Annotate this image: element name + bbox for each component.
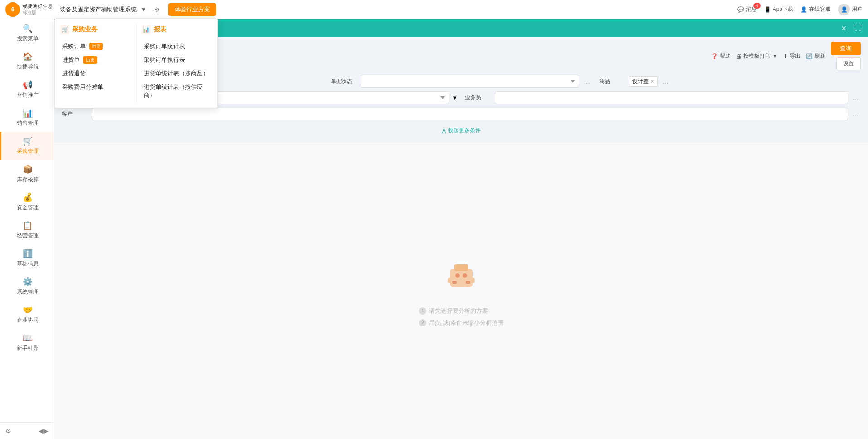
empty-tips: 1 请先选择要分析的方案 2 用[过滤]条件来缩小分析范围: [419, 305, 503, 329]
dropdown-item-purchase-expense[interactable]: 采购费用分摊单: [60, 80, 131, 94]
empty-num-1: 1: [419, 307, 426, 315]
logo-icon: 6: [5, 2, 20, 17]
filter-row-3: 客户 …: [62, 108, 861, 120]
svg-point-4: [455, 273, 460, 278]
sidebar-item-guide[interactable]: 📖 新手引导: [0, 329, 54, 357]
goods-chip: 设计差 ✕: [629, 76, 658, 87]
report-in-by-supplier-label: 进货单统计表（按供应商）: [144, 83, 210, 99]
sidebar-item-label: 搜索菜单: [17, 35, 39, 43]
guide-icon: 📖: [23, 333, 33, 343]
logo-area: 6 畅捷通好生意 标准版: [5, 2, 60, 17]
report-section-icon: 📊: [142, 25, 151, 34]
refresh-btn[interactable]: 🔄 刷新: [806, 52, 825, 60]
sidebar-item-finance[interactable]: 💰 资金管理: [0, 188, 54, 216]
customer-input[interactable]: [92, 108, 848, 120]
user-area[interactable]: 👤 用户: [838, 4, 863, 15]
dropdown-item-report-order-stat[interactable]: 采购订单统计表: [142, 39, 212, 53]
sidebar-settings-btn[interactable]: ⚙: [5, 427, 11, 434]
help-label: 帮助: [720, 52, 731, 60]
print-btn[interactable]: 🖨 按模板打印 ▼: [736, 52, 778, 60]
rank-item-dropdown: ▼: [452, 94, 458, 101]
sidebar-item-label: 营销推广: [17, 91, 39, 99]
goods-dots[interactable]: …: [660, 78, 670, 85]
sidebar-collapse-btn[interactable]: ◀▶: [39, 427, 49, 434]
marketing-icon: 📢: [23, 80, 33, 90]
sidebar-item-inventory[interactable]: 📦 库存核算: [0, 160, 54, 188]
sidebar-item-cooperation[interactable]: 🤝 企业协同: [0, 301, 54, 329]
salesperson-dots[interactable]: …: [851, 94, 861, 101]
empty-illustration: [439, 253, 484, 300]
logo-main-text: 畅捷通好生意: [23, 3, 53, 9]
dropdown-item-purchase-return[interactable]: 进货退货: [60, 67, 131, 80]
report-order-exec-label: 采购订单执行表: [144, 56, 185, 64]
purchase-dropdown-menu: 🛒 采购业务 采购订单 历史 进货单 历史 进货退货 采购费用分摊单 📊 报表 …: [54, 18, 218, 108]
report-in-by-goods-label: 进货单统计表（按商品）: [144, 69, 209, 78]
filter-group-doc-status: 单据状态 …: [331, 75, 592, 88]
help-icon: ❓: [711, 53, 718, 59]
sidebar-item-sales[interactable]: 📊 销售管理: [0, 104, 54, 132]
sidebar-item-operation[interactable]: 📋 经营管理: [0, 216, 54, 244]
dropdown-item-report-in-by-supplier[interactable]: 进货单统计表（按供应商）: [142, 80, 212, 102]
refresh-label: 刷新: [814, 52, 825, 60]
message-btn[interactable]: 💬 消息 6: [737, 5, 757, 13]
online-service-btn[interactable]: 👤 在线客服: [800, 5, 831, 13]
app-download-label: App下载: [773, 5, 793, 13]
export-label: 导出: [790, 52, 800, 60]
sidebar-item-purchase[interactable]: 🛒 采购管理: [0, 132, 54, 160]
sales-icon: 📊: [23, 108, 33, 118]
sidebar-item-system[interactable]: ⚙️ 系统管理: [0, 272, 54, 301]
sidebar-item-marketing[interactable]: 📢 营销推广: [0, 75, 54, 104]
collapse-btn[interactable]: ⋀ 收起更多条件: [62, 124, 861, 137]
system-dropdown-btn[interactable]: ▼: [141, 6, 146, 13]
report-title-text: 报表: [154, 25, 166, 34]
sidebar-item-basic[interactable]: ℹ️ 基础信息: [0, 244, 54, 272]
main-content: 1 请先选择要分析的方案 2 用[过滤]条件来缩小分析范围: [54, 142, 868, 439]
app-download-btn[interactable]: 📱 App下载: [764, 5, 793, 13]
query-btn[interactable]: 查询: [831, 42, 861, 55]
purchase-order-label: 采购订单: [62, 42, 86, 50]
basic-icon: ℹ️: [23, 249, 33, 259]
empty-num-2: 2: [419, 319, 426, 326]
report-order-stat-label: 采购订单统计表: [144, 42, 185, 50]
doc-status-dots[interactable]: …: [582, 78, 592, 85]
message-badge: 6: [753, 3, 761, 9]
dropdown-item-report-in-by-goods[interactable]: 进货单统计表（按商品）: [142, 67, 212, 80]
operation-icon: 📋: [23, 221, 33, 231]
goods-label: 商品: [599, 78, 626, 85]
sidebar-item-label: 企业协同: [17, 316, 39, 324]
purchase-section-icon: 🛒: [60, 25, 69, 34]
goods-chip-remove[interactable]: ✕: [650, 79, 654, 84]
doc-status-select[interactable]: [361, 75, 580, 88]
app-icon: 📱: [764, 6, 771, 13]
settings-icon-btn[interactable]: ⚙: [151, 3, 164, 16]
dropdown-item-report-order-exec[interactable]: 采购订单执行表: [142, 53, 212, 67]
purchase-title-text: 采购业务: [72, 25, 98, 34]
salesperson-input[interactable]: [495, 91, 848, 104]
export-btn[interactable]: ⬆ 导出: [783, 52, 800, 60]
sidebar-item-search[interactable]: 🔍 搜索菜单: [0, 19, 54, 47]
sidebar-bottom: ⚙ ◀▶: [0, 422, 54, 439]
tab-close-action-btn[interactable]: ✕: [837, 22, 850, 35]
sidebar-item-label: 新手引导: [17, 345, 39, 352]
report-col: 📊 报表 采购订单统计表 采购订单执行表 进货单统计表（按商品） 进货单统计表（…: [137, 24, 218, 102]
purchase-business-col: 🛒 采购业务 采购订单 历史 进货单 历史 进货退货 采购费用分摊单: [55, 24, 137, 102]
svg-rect-8: [448, 278, 451, 283]
tabs-actions: ✕ ⛶: [837, 22, 868, 35]
user-label: 用户: [852, 5, 863, 13]
search-icon: 🔍: [23, 24, 33, 34]
sidebar: 🔍 搜索菜单 🏠 快捷导航 📢 营销推广 📊 销售管理 🛒 采购管理 📦 库存核…: [0, 19, 54, 439]
dropdown-item-purchase-in[interactable]: 进货单 历史: [60, 53, 131, 67]
customer-dots[interactable]: …: [851, 110, 861, 118]
sidebar-item-label: 快捷导航: [17, 63, 39, 71]
export-icon: ⬆: [783, 53, 788, 59]
dropdown-item-purchase-order[interactable]: 采购订单 历史: [60, 39, 131, 53]
tab-expand-btn[interactable]: ⛶: [852, 22, 864, 35]
svg-rect-9: [471, 278, 475, 283]
svg-point-5: [463, 273, 467, 278]
help-btn[interactable]: ❓ 帮助: [711, 52, 731, 60]
set-btn[interactable]: 设置: [836, 57, 861, 70]
print-label: 按模板打印: [743, 52, 770, 60]
cooperation-icon: 🤝: [23, 305, 33, 315]
sidebar-item-quick-nav[interactable]: 🏠 快捷导航: [0, 47, 54, 75]
industry-btn[interactable]: 体验行业方案: [168, 3, 216, 16]
